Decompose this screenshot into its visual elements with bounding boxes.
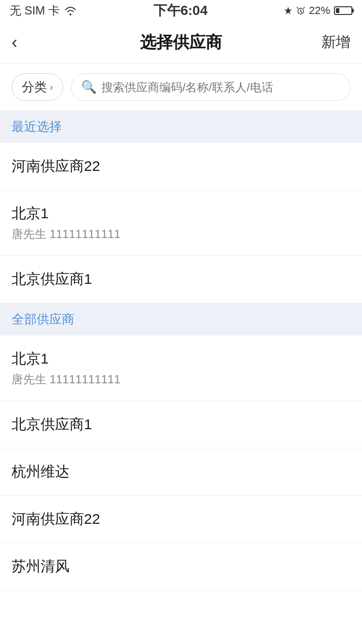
- item-name: 河南供应商22: [12, 509, 350, 529]
- search-input-wrap[interactable]: 🔍: [71, 73, 350, 101]
- item-name: 苏州清风: [12, 557, 350, 576]
- list-item[interactable]: 河南供应商22: [0, 143, 362, 190]
- status-right: 22%: [284, 4, 352, 17]
- status-bar: 无 SIM 卡 下午6:04 22%: [0, 0, 362, 21]
- list-item[interactable]: 北京供应商1: [0, 401, 362, 448]
- chevron-right-icon: ›: [50, 82, 53, 93]
- page-title: 选择供应商: [140, 31, 222, 54]
- status-left: 无 SIM 卡: [10, 3, 77, 18]
- category-label: 分类: [22, 79, 47, 96]
- category-button[interactable]: 分类 ›: [12, 73, 63, 101]
- battery-icon: [334, 6, 352, 15]
- list-item[interactable]: 北京供应商1: [0, 256, 362, 303]
- item-name: 杭州维达: [12, 462, 350, 482]
- item-sub: 唐先生 11111111111: [12, 226, 350, 242]
- item-name: 北京1: [12, 349, 350, 369]
- item-name: 北京供应商1: [12, 269, 350, 289]
- item-name: 河南供应商22: [12, 156, 350, 176]
- list-item[interactable]: 苏州清风: [0, 543, 362, 590]
- wifi-icon: [64, 6, 77, 15]
- search-input[interactable]: [101, 81, 340, 94]
- list-item[interactable]: 杭州维达: [0, 448, 362, 496]
- no-sim-text: 无 SIM 卡: [10, 3, 60, 18]
- search-bar: 分类 › 🔍: [0, 64, 362, 111]
- battery-percent: 22%: [309, 4, 330, 17]
- location-icon: [284, 6, 292, 15]
- section-header-recent: 最近选择: [0, 111, 362, 143]
- search-icon: 🔍: [81, 80, 97, 95]
- item-name: 北京供应商1: [12, 415, 350, 434]
- list-item[interactable]: 河南供应商22: [0, 496, 362, 543]
- list-container: 最近选择河南供应商22北京1唐先生 11111111111北京供应商1全部供应商…: [0, 111, 362, 590]
- list-item[interactable]: 北京1唐先生 11111111111: [0, 336, 362, 401]
- nav-bar: ‹ 选择供应商 新增: [0, 21, 362, 64]
- status-time: 下午6:04: [153, 1, 208, 20]
- item-name: 北京1: [12, 204, 350, 224]
- section-header-all: 全部供应商: [0, 303, 362, 336]
- list-item[interactable]: 北京1唐先生 11111111111: [0, 190, 362, 256]
- add-button[interactable]: 新增: [321, 32, 350, 52]
- alarm-icon: [296, 6, 305, 15]
- back-button[interactable]: ‹: [12, 32, 41, 53]
- item-sub: 唐先生 11111111111: [12, 372, 350, 387]
